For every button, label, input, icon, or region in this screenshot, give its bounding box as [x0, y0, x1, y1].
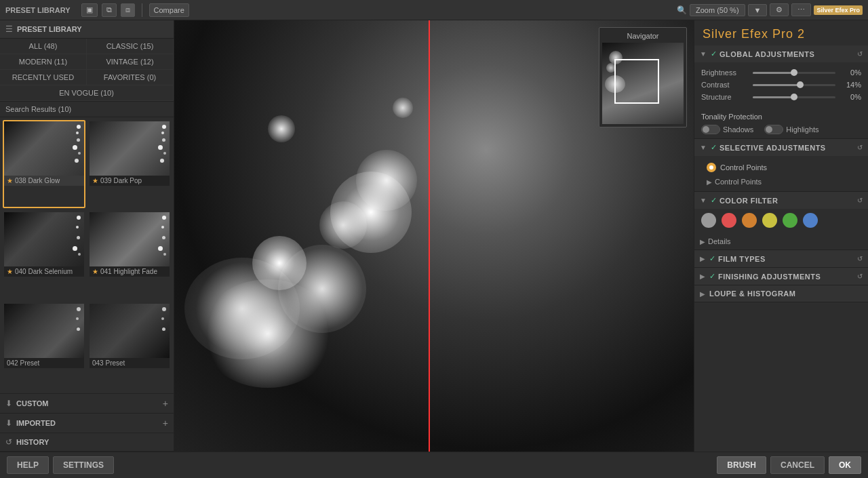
main-area: ☰ PRESET LIBRARY ALL (48) CLASSIC (15) M…: [0, 20, 868, 452]
ok-button[interactable]: OK: [829, 456, 861, 474]
preset-library-title: PRESET LIBRARY: [17, 25, 82, 33]
section-enabled-check: ✓: [709, 272, 715, 281]
structure-label[interactable]: Structure: [701, 93, 749, 101]
section-selective-header[interactable]: ▼ ✓ SELECTIVE ADJUSTMENTS ↺: [694, 139, 868, 156]
brightness-value: 0%: [840, 68, 861, 77]
control-points-row[interactable]: ▶ Control Points: [701, 175, 861, 188]
global-adjustments-body: Brightness 0% Contrast 14%: [694, 62, 868, 108]
tab-all[interactable]: ALL (48): [0, 39, 87, 54]
preset-item[interactable]: 043 Preset: [88, 302, 171, 391]
preset-item[interactable]: ★ 040 Dark Selenium: [3, 211, 85, 299]
preset-item[interactable]: ★ 041 Highlight Fade: [88, 211, 171, 299]
imported-item[interactable]: ⬇ IMPORTED +: [0, 414, 174, 433]
brightness-slider-row: Brightness 0%: [701, 66, 861, 79]
section-finishing-header[interactable]: ▶ ✓ FINISHING ADJUSTMENTS ↺: [694, 268, 868, 285]
preset-item[interactable]: 042 Preset: [3, 302, 85, 391]
preset-thumbnail: [90, 304, 170, 358]
preset-label: ★ 040 Dark Selenium: [4, 266, 84, 277]
nik-logo: Silver Efex Pro: [814, 5, 863, 15]
brightness-label[interactable]: Brightness: [701, 68, 749, 77]
section-loupe-header[interactable]: ▶ LOUPE & HISTOGRAM: [694, 285, 868, 302]
view-more-btn[interactable]: ⋯: [791, 3, 811, 16]
section-film-types-header[interactable]: ▶ ✓ FILM TYPES ↺: [694, 250, 868, 267]
brightness-track[interactable]: [753, 72, 835, 74]
section-reset-icon[interactable]: ↺: [857, 255, 863, 262]
custom-item[interactable]: ⬇ CUSTOM +: [0, 394, 174, 414]
contrast-track[interactable]: [753, 84, 835, 86]
contrast-label[interactable]: Contrast: [701, 81, 749, 89]
tab-modern[interactable]: MODERN (11): [0, 54, 87, 70]
section-global-adjustments: ▼ ✓ GLOBAL ADJUSTMENTS ↺ Brightness 0%: [694, 45, 868, 139]
section-reset-icon[interactable]: ↺: [857, 50, 863, 58]
structure-thumb[interactable]: [791, 94, 797, 100]
section-enabled-check: ✓: [709, 254, 715, 263]
tab-recently-used[interactable]: RECENTLY USED: [0, 70, 87, 85]
navigator-viewport-rect: [614, 59, 659, 104]
filter-tabs: ALL (48) CLASSIC (15) MODERN (11) VINTAG…: [0, 39, 174, 102]
view-split-h-btn[interactable]: ⧉: [102, 3, 117, 17]
color-filter-circles: [694, 209, 868, 233]
view-split-v-btn[interactable]: ⧈: [121, 3, 135, 17]
selective-adjustments-body: Control Points ▶ Control Points: [694, 156, 868, 191]
shadows-toggle[interactable]: [701, 125, 720, 134]
add-imported-btn[interactable]: +: [163, 418, 168, 429]
color-neutral[interactable]: [701, 213, 716, 228]
tab-en-vogue[interactable]: EN VOGUE (10): [0, 85, 174, 101]
star-icon: ★: [7, 177, 13, 184]
split-line: [429, 20, 430, 452]
view-single-btn[interactable]: ▣: [81, 3, 98, 17]
section-loupe-histogram: ▶ LOUPE & HISTOGRAM: [694, 285, 868, 302]
presets-grid: ★ 038 Dark Glow ★: [0, 117, 174, 393]
color-orange[interactable]: [742, 213, 757, 228]
zoom-expand-btn[interactable]: ▼: [748, 4, 768, 16]
import-icon: ⬇: [5, 418, 12, 428]
structure-track[interactable]: [753, 96, 835, 98]
color-blue[interactable]: [803, 213, 818, 228]
brightness-thumb[interactable]: [791, 69, 797, 76]
search-results-header: Search Results (10): [0, 102, 174, 117]
toolbar: PRESET LIBRARY ▣ ⧉ ⧈ Compare 🔍 Zoom (50 …: [0, 0, 868, 20]
color-red[interactable]: [722, 213, 736, 228]
view-options-btn[interactable]: ⚙: [770, 3, 789, 16]
preset-thumbnail: [90, 212, 170, 266]
star-icon: ★: [92, 268, 98, 275]
zoom-level-btn[interactable]: Zoom (50 %): [690, 4, 745, 16]
add-custom-btn[interactable]: +: [163, 398, 168, 409]
history-item[interactable]: ↺ HISTORY: [0, 433, 174, 452]
app-title: Silver Efex Pro 2: [703, 27, 860, 41]
help-button[interactable]: HELP: [7, 456, 49, 474]
search-icon: 🔍: [677, 5, 687, 15]
preset-label: ★ 041 Highlight Fade: [90, 266, 170, 277]
details-row[interactable]: ▶ Details: [694, 233, 868, 250]
preset-label: ★ 038 Dark Glow: [4, 176, 84, 186]
section-reset-icon[interactable]: ↺: [857, 144, 863, 151]
chevron-right-icon: ▶: [700, 273, 705, 280]
center-canvas: Navigator: [174, 20, 694, 452]
tab-classic[interactable]: CLASSIC (15): [87, 39, 174, 54]
section-reset-icon[interactable]: ↺: [857, 197, 863, 204]
section-selective-adjustments: ▼ ✓ SELECTIVE ADJUSTMENTS ↺ Control Poin…: [694, 139, 868, 192]
section-color-filter-header[interactable]: ▼ ✓ COLOR FILTER ↺: [694, 192, 868, 209]
preset-thumbnail: [4, 212, 84, 266]
compare-btn[interactable]: Compare: [149, 3, 189, 17]
color-green[interactable]: [783, 213, 797, 228]
chevron-right-icon: ▶: [700, 238, 705, 245]
tonality-protection-section: Tonality Protection Shadows Highlights: [694, 108, 868, 138]
brush-button[interactable]: BRUSH: [717, 456, 766, 474]
cancel-button[interactable]: CANCEL: [770, 456, 825, 474]
structure-fill: [753, 96, 794, 98]
tab-vintage[interactable]: VINTAGE (12): [87, 54, 174, 70]
section-color-filter: ▼ ✓ COLOR FILTER ↺ ▶ Details: [694, 192, 868, 250]
section-reset-icon[interactable]: ↺: [857, 273, 863, 280]
contrast-thumb[interactable]: [797, 81, 804, 88]
tab-favorites[interactable]: FAVORITES (0): [87, 70, 174, 85]
highlights-toggle[interactable]: [764, 125, 783, 134]
section-global-header[interactable]: ▼ ✓ GLOBAL ADJUSTMENTS ↺: [694, 45, 868, 62]
preset-item[interactable]: ★ 039 Dark Pop: [88, 120, 171, 208]
control-points-radio: [707, 163, 716, 172]
preset-item[interactable]: ★ 038 Dark Glow: [3, 120, 85, 208]
settings-button[interactable]: SETTINGS: [53, 456, 114, 474]
history-icon: ↺: [5, 437, 12, 447]
control-points-button[interactable]: Control Points: [701, 160, 861, 175]
color-yellow[interactable]: [762, 213, 777, 228]
